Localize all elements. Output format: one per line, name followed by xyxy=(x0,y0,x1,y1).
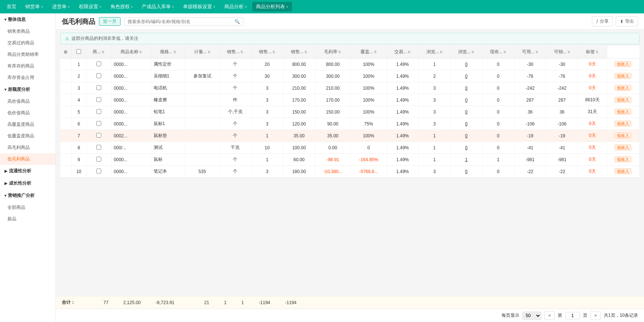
sidebar: ▾ 整体信息 销售类商品 交易过的商品 商品分类助销率 有库存的商品 库存资金占… xyxy=(0,13,56,322)
search-input[interactable] xyxy=(128,19,233,24)
th-sales-profit[interactable]: 销售...⇅ xyxy=(283,46,315,58)
sidebar-item-high-margin[interactable]: 高毛利商品 xyxy=(0,142,55,153)
td-checkbox[interactable] xyxy=(86,106,112,118)
th-transaction[interactable]: 交易...⇅ xyxy=(387,46,419,58)
nav-home[interactable]: 首页 xyxy=(3,2,20,12)
notice-bar: ⚠ 这部分商品的利润非常低，请关注 xyxy=(60,33,640,44)
th-tag[interactable]: 标签⇅ xyxy=(578,46,607,58)
prev-page-button[interactable]: ＜ xyxy=(544,311,555,320)
row-checkbox[interactable] xyxy=(96,169,101,173)
row-checkbox[interactable] xyxy=(96,97,101,102)
nav-permission[interactable]: 权限设置× xyxy=(75,2,105,12)
table-container[interactable]: ⚙ 商...⇅ 商品名称⇅ 规格...⇅ 计量...⇅ 销售...⇅ 销售...… xyxy=(56,46,644,296)
td-code: 0000... xyxy=(111,106,151,118)
select-all-checkbox[interactable] xyxy=(76,49,81,54)
nav-product-analysis[interactable]: 商品分析× xyxy=(221,2,251,12)
td-checkbox[interactable] xyxy=(86,130,112,142)
nav-role[interactable]: 角色授权× xyxy=(107,2,137,12)
td-transaction: 3 xyxy=(419,82,451,94)
row-checkbox[interactable] xyxy=(96,73,101,78)
td-views1[interactable]: 0 xyxy=(451,70,483,82)
group-flow[interactable]: ▶ 流通性分析 xyxy=(0,165,55,177)
td-unit: 个 xyxy=(219,130,251,142)
th-saleable[interactable]: 可销...⇅ xyxy=(546,46,578,58)
td-checkbox[interactable] xyxy=(86,142,112,154)
export-button[interactable]: ⬆ 导出 xyxy=(616,16,638,26)
sidebar-item-category-rate[interactable]: 商品分类助销率 xyxy=(0,49,55,60)
sidebar-item-low-value[interactable]: 低价值商品 xyxy=(0,107,55,119)
row-checkbox[interactable] xyxy=(96,109,101,114)
th-sales-count[interactable]: 销售...⇅ xyxy=(219,46,251,58)
td-name: 测试 xyxy=(151,142,185,154)
td-views1[interactable]: 0 xyxy=(451,94,483,106)
sidebar-item-new-products[interactable]: 新品 xyxy=(0,213,55,225)
th-views2[interactable]: 浏览...⇅ xyxy=(451,46,483,58)
row-checkbox[interactable] xyxy=(96,133,101,138)
td-views1[interactable]: 0 xyxy=(451,106,483,118)
row-checkbox[interactable] xyxy=(96,157,101,162)
td-checkbox[interactable] xyxy=(86,94,112,106)
td-sales-profit: -10,380... xyxy=(315,166,351,178)
th-unit[interactable]: 计量...⇅ xyxy=(185,46,220,58)
next-page-button[interactable]: ＞ xyxy=(590,311,601,320)
search-box[interactable]: 🔍 xyxy=(124,17,243,26)
sidebar-item-all-products[interactable]: 全部商品 xyxy=(0,202,55,213)
sidebar-item-low-margin[interactable]: 低毛利商品 xyxy=(0,153,55,165)
td-tag: 低收入 xyxy=(607,82,639,94)
td-views1[interactable]: 0 xyxy=(451,82,483,94)
nav-analysis-list[interactable]: 商品分析列表× xyxy=(252,2,292,12)
row-checkbox[interactable] xyxy=(96,121,101,126)
table-row: 7 0002... 鼠标垫 个 1 35.00 35.00 100% 1.49%… xyxy=(60,130,640,142)
page-number-input[interactable] xyxy=(565,312,580,319)
td-checkbox[interactable] xyxy=(86,58,112,70)
td-checkbox[interactable] xyxy=(86,166,112,178)
th-current[interactable]: 现有...⇅ xyxy=(482,46,514,58)
filter-button[interactable]: 近一月 xyxy=(99,17,121,26)
td-views1[interactable]: 0 xyxy=(451,142,483,154)
td-current: -242 xyxy=(514,82,546,94)
row-checkbox[interactable] xyxy=(96,61,101,66)
td-views1[interactable]: 0 xyxy=(451,58,483,70)
th-code[interactable]: 商...⇅ xyxy=(86,46,112,58)
td-no: 4 xyxy=(71,94,86,106)
td-spec xyxy=(185,106,220,118)
nav-purchase[interactable]: 进货单× xyxy=(48,2,74,12)
td-views1[interactable]: 0 xyxy=(451,166,483,178)
share-button[interactable]: ⤴ 分享 xyxy=(592,16,613,26)
th-checkbox[interactable] xyxy=(71,46,86,58)
row-checkbox[interactable] xyxy=(96,85,101,90)
sidebar-item-high-value[interactable]: 高价值商品 xyxy=(0,96,55,107)
td-checkbox[interactable] xyxy=(86,118,112,130)
td-views1[interactable]: 0 xyxy=(451,130,483,142)
row-checkbox[interactable] xyxy=(96,145,101,150)
th-available[interactable]: 可用...⇅ xyxy=(514,46,546,58)
sidebar-item-traded-products[interactable]: 交易过的商品 xyxy=(0,37,55,49)
sidebar-item-high-coverage[interactable]: 高覆盖度商品 xyxy=(0,119,55,130)
th-name[interactable]: 商品名称⇅ xyxy=(111,46,151,58)
th-gross-margin[interactable]: 毛利率⇅ xyxy=(315,46,351,58)
nav-sales[interactable]: 销货单× xyxy=(22,2,47,12)
td-checkbox[interactable] xyxy=(86,154,112,166)
td-tag: 低收入 xyxy=(607,94,639,106)
sidebar-item-capital[interactable]: 库存资金占用 xyxy=(0,72,55,83)
table-body: 1 0000... 属性定价 个 20 800.00 800.00 100% 1… xyxy=(60,58,640,178)
td-sales-profit: 35.00 xyxy=(315,130,351,142)
td-no: 5 xyxy=(71,106,86,118)
sidebar-item-sales-products[interactable]: 销售类商品 xyxy=(0,26,55,37)
th-views1[interactable]: 浏览...⇅ xyxy=(419,46,451,58)
nav-template[interactable]: 单据模板设置× xyxy=(179,2,219,12)
th-spec[interactable]: 规格...⇅ xyxy=(151,46,185,58)
sidebar-item-in-stock[interactable]: 有库存的商品 xyxy=(0,60,55,72)
td-tag: 低收入 xyxy=(607,142,639,154)
th-sales-amount[interactable]: 销售...⇅ xyxy=(251,46,283,58)
td-checkbox[interactable] xyxy=(86,70,112,82)
td-views1[interactable]: 0 xyxy=(451,118,483,130)
th-coverage[interactable]: 覆盖...⇅ xyxy=(350,46,387,58)
group-growth[interactable]: ▶ 成长性分析 xyxy=(0,177,55,189)
th-gear[interactable]: ⚙ xyxy=(60,46,71,58)
sidebar-item-low-coverage[interactable]: 低覆盖度商品 xyxy=(0,130,55,142)
page-size-select[interactable]: 50 100 200 xyxy=(522,312,541,320)
td-checkbox[interactable] xyxy=(86,82,112,94)
nav-product-in[interactable]: 产成品入库单× xyxy=(138,2,178,12)
td-views1[interactable]: 1 xyxy=(451,154,483,166)
